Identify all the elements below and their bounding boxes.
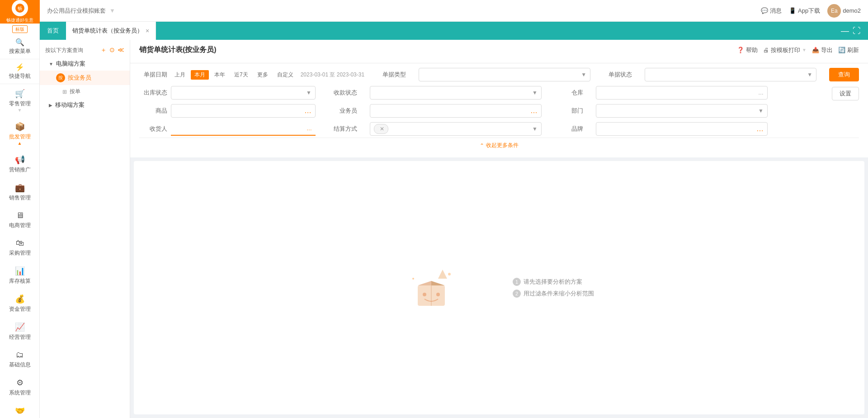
page-header-top: 销货单统计表(按业务员) ❓ 帮助 🖨 按模板打印 ▼ 📤	[139, 45, 859, 55]
bill-type-arrow: ▼	[581, 71, 586, 78]
consignee-input[interactable]: …	[171, 122, 316, 136]
retail-icon: 🛒	[15, 89, 25, 99]
sidebar-item-base[interactable]: 🗂 基础信息	[0, 346, 39, 373]
warehouse-label: 仓库	[560, 89, 587, 97]
sidebar-item-system[interactable]: ⚙ 系统管理	[0, 373, 39, 401]
tab-home[interactable]: 首页	[40, 22, 66, 40]
salesman-select[interactable]: …	[370, 104, 542, 118]
user-name: demo2	[843, 7, 861, 14]
print-btn[interactable]: 🖨 按模板打印 ▼	[763, 46, 807, 54]
left-panel-header: 按以下方案查询 ＋ ⊙ ≪	[40, 43, 130, 57]
enterprise-icon: 🤝	[15, 406, 25, 416]
app-tag: 标版	[12, 25, 28, 33]
filter-row-4: 收货人 … 结算方式 ✕	[139, 122, 822, 136]
tab-close-btn[interactable]: ×	[146, 27, 149, 34]
quick-nav[interactable]: ⚡ 快捷导航	[0, 59, 39, 84]
export-btn[interactable]: 📤 导出	[812, 46, 833, 54]
department-arrow: ▼	[758, 108, 764, 114]
tree-child-salesman[interactable]: 按 按业务员	[40, 71, 130, 85]
sidebar-item-enterprise[interactable]: 🤝 企业协同	[0, 401, 39, 418]
sidebar-item-wholesale[interactable]: 📦 批发管理 ▲	[0, 117, 39, 150]
svg-point-9	[412, 278, 414, 280]
collapse-panel-btn[interactable]: ≪	[118, 46, 124, 54]
empty-hint-1: 1 请先选择要分析的方案	[513, 278, 582, 286]
sidebar-item-label: 系统管理	[9, 389, 31, 397]
date-tab-last-month[interactable]: 上月	[171, 70, 189, 80]
message-btn[interactable]: 💬 消息	[761, 7, 782, 15]
payment-tag-close[interactable]: ✕	[380, 126, 384, 132]
collapse-label: 收起更多条件	[486, 142, 519, 149]
settings-button[interactable]: 设置	[832, 87, 859, 100]
filter-date: 上月 本月 本年 近7天 更多 自定义 2023-03-01 至 2023-03…	[171, 70, 364, 80]
salesman-dots[interactable]: …	[530, 107, 538, 115]
sidebar-item-label: 零售管理	[9, 100, 31, 108]
search-menu-label: 搜索菜单	[9, 48, 31, 55]
tree-mobile[interactable]: ▶ 移动端方案	[40, 98, 130, 112]
main-area: 办公用品行业模拟账套 ▼ 💬 消息 📱 App下载 Ea demo2 首页 销货…	[40, 0, 868, 418]
content-area: 1 请先选择要分析的方案 2 用过滤条件来缩小分析范围	[134, 161, 864, 414]
empty-state-container: 1 请先选择要分析的方案 2 用过滤条件来缩小分析范围	[404, 265, 594, 310]
filter-row-2: 出库状态 ▼ 收款状态 ▼ 仓库	[139, 86, 822, 100]
product-label: 商品	[139, 107, 171, 115]
sidebar-item-marketing[interactable]: 📢 营销推广	[0, 150, 39, 178]
brand-dots[interactable]: …	[756, 125, 764, 133]
payment-method-label: 结算方式	[334, 125, 361, 133]
edit-scheme-btn[interactable]: ⊙	[109, 46, 115, 54]
svg-point-7	[436, 293, 440, 296]
sidebar-item-label: 基础信息	[9, 361, 31, 369]
collapse-icon: ⌃	[480, 142, 484, 149]
empty-state: 1 请先选择要分析的方案 2 用过滤条件来缩小分析范围	[513, 278, 594, 298]
export-label: 导出	[821, 46, 833, 54]
user-profile[interactable]: Ea demo2	[827, 4, 861, 18]
tab-maximize-btn[interactable]: ⛶	[853, 26, 861, 36]
date-tab-this-year[interactable]: 本年	[211, 70, 229, 80]
left-panel-title: 按以下方案查询	[45, 47, 83, 54]
app-download-btn[interactable]: 📱 App下载	[789, 7, 820, 15]
warehouse-select[interactable]: …	[596, 86, 768, 100]
date-tab-7days[interactable]: 近7天	[231, 70, 252, 80]
query-button[interactable]: 查询	[829, 68, 859, 81]
page-content: 按以下方案查询 ＋ ⊙ ≪ ▼ 电脑端方案 按 按业务员 ⊞ 按单 ▶	[40, 40, 868, 418]
refresh-btn[interactable]: 🔄 刷新	[838, 46, 859, 54]
tree-child-label: 按业务员	[68, 74, 91, 82]
bill-status-select[interactable]: ▼	[645, 68, 816, 81]
stock-status-select[interactable]: ▼	[171, 86, 316, 100]
bill-type-select[interactable]: ▼	[419, 68, 590, 81]
brand-select[interactable]: …	[596, 122, 768, 136]
message-label: 消息	[770, 7, 782, 15]
payment-method-select[interactable]: ✕ ▼	[370, 122, 542, 136]
sidebar-item-operations[interactable]: 📈 经营管理	[0, 318, 39, 346]
tab-minimize-btn[interactable]: —	[841, 26, 849, 36]
sidebar-item-purchase[interactable]: 🛍 采购管理	[0, 234, 39, 261]
tree-grandchild-label: 按单	[70, 88, 80, 95]
help-btn[interactable]: ❓ 帮助	[737, 46, 758, 54]
topbar-right: 💬 消息 📱 App下载 Ea demo2	[761, 4, 861, 18]
department-select[interactable]: ▼	[596, 104, 768, 118]
tree-desktop[interactable]: ▼ 电脑端方案	[40, 57, 130, 71]
collapse-btn[interactable]: ⌃ 收起更多条件	[474, 140, 524, 151]
sidebar-item-retail[interactable]: 🛒 零售管理 ▼	[0, 84, 39, 117]
date-label: 单据日期	[139, 71, 171, 79]
sidebar-item-finance[interactable]: 💰 资金管理	[0, 290, 39, 318]
refresh-label: 刷新	[847, 46, 859, 54]
add-scheme-btn[interactable]: ＋	[100, 46, 107, 54]
consignee-dots[interactable]: …	[307, 125, 312, 132]
product-select[interactable]: …	[171, 104, 316, 118]
product-dots[interactable]: …	[304, 107, 311, 115]
wholesale-icon: 📦	[15, 122, 25, 132]
date-tab-this-month[interactable]: 本月	[191, 70, 209, 80]
svg-point-10	[448, 273, 451, 276]
hint-num-1: 1	[513, 278, 521, 286]
search-menu[interactable]: 🔍 搜索菜单	[0, 34, 39, 59]
tab-active[interactable]: 销货单统计表（按业务员） ×	[66, 22, 156, 40]
sidebar-item-ecommerce[interactable]: 🖥 电商管理	[0, 206, 39, 234]
date-tab-custom[interactable]: 自定义	[274, 70, 297, 80]
tree-grandchild-bill[interactable]: ⊞ 按单	[40, 85, 130, 98]
date-tab-more[interactable]: 更多	[254, 70, 272, 80]
sidebar-item-label: 营销推广	[9, 166, 31, 174]
sidebar-item-inventory[interactable]: 📊 库存核算	[0, 261, 39, 290]
sidebar-item-sales[interactable]: 💼 销售管理	[0, 178, 39, 206]
breadcrumb-text: 办公用品行业模拟账套	[47, 7, 106, 15]
sidebar-item-label: 库存核算	[9, 277, 31, 285]
receipt-status-select[interactable]: ▼	[370, 86, 542, 100]
